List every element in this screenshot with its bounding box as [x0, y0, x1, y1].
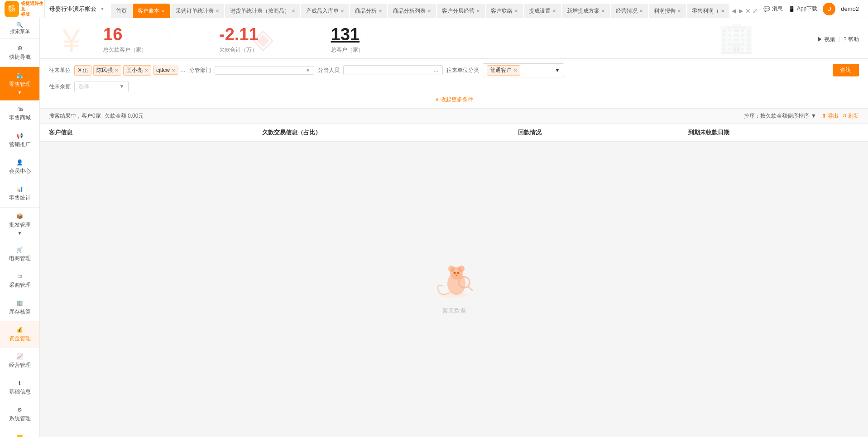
- basic-info-icon: ℹ: [19, 380, 21, 386]
- empty-illustration: [432, 263, 477, 299]
- tab-product-entry[interactable]: 产成品入库单 ✕: [301, 4, 349, 18]
- type-filter-label: 往来单位分类: [446, 66, 479, 74]
- collapse-area: ∧ 收起更多条件: [49, 96, 859, 104]
- tab-promotion[interactable]: 提成设置 ✕: [524, 4, 561, 18]
- tab-home[interactable]: 首页: [111, 4, 132, 18]
- sidebar-item-system[interactable]: ⚙ 系统管理: [0, 401, 39, 428]
- search-button[interactable]: 查询: [833, 64, 859, 76]
- people-filter-label: 分管人员: [318, 66, 340, 74]
- finance-icon: 💰: [16, 327, 23, 333]
- result-bar: 搜索结果中，客户0家 欠款金额 0.00元 排序：按欠款金额倒序排序 ▼ ⬆ 导…: [40, 109, 868, 124]
- close-icon[interactable]: ✕: [639, 9, 643, 14]
- avatar[interactable]: D: [823, 3, 835, 15]
- tab-customer-account[interactable]: 客户账本 ✕: [133, 4, 170, 18]
- sidebar-item-purchase[interactable]: 🗂 采购管理: [0, 268, 39, 294]
- account-selector[interactable]: 母婴行业演示帐套 ▼: [44, 0, 109, 18]
- remove-icon[interactable]: ✕: [172, 68, 175, 73]
- export-button[interactable]: ⬆ 导出: [822, 112, 839, 120]
- svg-point-6: [457, 272, 459, 274]
- sidebar-item-member[interactable]: 👤 会员中心: [0, 154, 39, 180]
- dept-filter-select[interactable]: ▼: [215, 66, 314, 75]
- close-icon[interactable]: ✕: [721, 9, 724, 14]
- sidebar-item-enterprise[interactable]: 🤝 企业协同: [0, 428, 39, 437]
- sort-selector[interactable]: 排序：按欠款金额倒序排序 ▼: [744, 112, 816, 120]
- tab-product-analysis-list[interactable]: 商品分析列表 ✕: [388, 4, 436, 18]
- close-icon[interactable]: ✕: [292, 9, 295, 14]
- chevron-down-icon: ▼: [119, 83, 125, 90]
- close-icon[interactable]: ✕: [379, 9, 382, 14]
- close-icon[interactable]: ✕: [601, 9, 605, 14]
- table-header: 客户信息 欠款交易信息（占比） 回款情况 到期未收款日期: [40, 124, 868, 142]
- message-icon: 💬: [763, 6, 770, 12]
- sidebar-item-finance[interactable]: 💰 资金管理: [0, 321, 39, 348]
- tab-customer-contact[interactable]: 客户联络 ✕: [486, 4, 523, 18]
- filter-tag-wang[interactable]: 王小亮 ✕: [123, 65, 151, 76]
- remove-icon[interactable]: ✕: [115, 68, 118, 73]
- phone-icon: 📱: [788, 6, 795, 12]
- tab-prev-arrow[interactable]: ◀: [730, 4, 738, 18]
- stats-row: ¥ ◈ 🏢 16 总欠款客户（家） -2.11 欠款合计（万） 131 总客户（…: [49, 25, 859, 54]
- filter-area: 往来单位 ✕ 伍 陈民强 ✕ 王小亮 ✕: [40, 59, 868, 109]
- system-icon: ⚙: [17, 407, 22, 413]
- sidebar-item-ecommerce[interactable]: 🛒 电商管理: [0, 241, 39, 268]
- sidebar-item-quick-nav[interactable]: ⊕ 快捷导航: [0, 39, 39, 67]
- sidebar-item-retail-stats[interactable]: 📊 零售统计: [0, 180, 39, 207]
- logo-area: 畅 畅捷通好生意 标版: [5, 1, 44, 17]
- col-transaction-info: 欠款交易信息（占比）: [262, 128, 518, 137]
- tab-close-all[interactable]: ✕: [744, 4, 752, 18]
- type-filter-select[interactable]: 普通客户 ✕ ▼: [483, 63, 564, 77]
- app-download-btn[interactable]: 📱 App下载: [788, 5, 817, 13]
- sidebar-item-marketing[interactable]: 📢 营销推广: [0, 127, 39, 154]
- tab-retail-profit[interactable]: 零售利润（ ✕: [687, 4, 729, 18]
- close-icon[interactable]: ✕: [161, 9, 165, 14]
- filter-tag-wu[interactable]: ✕ 伍: [74, 65, 91, 76]
- sidebar-item-retail-management[interactable]: 🏪 零售管理 ▼: [0, 67, 39, 100]
- logo-icon: 畅: [5, 1, 19, 17]
- chevron-down-icon: ▼: [555, 67, 560, 73]
- stat-total-clients: 131 总客户（家）: [295, 25, 382, 54]
- tab-maximize[interactable]: ⤢: [752, 4, 759, 18]
- close-icon[interactable]: ✕: [216, 9, 219, 14]
- sidebar-item-basic-info[interactable]: ℹ 基础信息: [0, 375, 39, 401]
- help-btn[interactable]: ? 帮助: [844, 36, 859, 43]
- tab-new-promotion[interactable]: 新增提成方案 ✕: [562, 4, 610, 18]
- username-label: demo2: [841, 5, 859, 12]
- filter-tag-cjttcw[interactable]: cjttcw ✕: [153, 66, 178, 75]
- sidebar-item-search[interactable]: 🔍 搜索菜单: [0, 18, 39, 39]
- close-icon[interactable]: ✕: [340, 9, 344, 14]
- refresh-button[interactable]: ↺ 刷新: [842, 112, 859, 120]
- chevron-down-icon: ▼: [306, 68, 310, 73]
- filter-tag-chen[interactable]: 陈民强 ✕: [93, 65, 121, 76]
- stat-total-customers: 16 总欠款客户（家）: [49, 25, 183, 54]
- close-icon[interactable]: ✕: [552, 9, 556, 14]
- sidebar-item-inventory[interactable]: 🏢 库存核算: [0, 294, 39, 321]
- tab-product-analysis[interactable]: 商品分析 ✕: [350, 4, 387, 18]
- tab-customer-segment[interactable]: 客户分层经营 ✕: [437, 4, 485, 18]
- more-tags-btn[interactable]: …: [180, 67, 186, 73]
- tab-purchase-order[interactable]: 采购订单统计表 ✕: [171, 4, 224, 18]
- remove-type-icon[interactable]: ✕: [513, 68, 517, 73]
- sidebar-item-operations[interactable]: 📈 经营管理: [0, 348, 39, 375]
- close-icon[interactable]: ✕: [514, 9, 518, 14]
- message-btn[interactable]: 💬 消息: [763, 5, 783, 13]
- sidebar-item-retail-mall[interactable]: 🛍 零售商城: [0, 100, 39, 127]
- tab-operations[interactable]: 经营情况 ✕: [611, 4, 648, 18]
- stat-debt-total: -2.11 欠款合计（万）: [183, 25, 295, 54]
- close-icon[interactable]: ✕: [677, 9, 681, 14]
- close-icon[interactable]: ✕: [427, 9, 431, 14]
- video-btn[interactable]: ▶ 视频: [817, 36, 835, 43]
- collapse-button[interactable]: ∧ 收起更多条件: [435, 96, 473, 104]
- remove-icon[interactable]: ✕: [144, 68, 148, 73]
- tab-purchase-stats[interactable]: 进货单统计表（按商品） ✕: [225, 4, 300, 18]
- people-filter-select[interactable]: …: [343, 65, 443, 75]
- close-icon[interactable]: ✕: [476, 9, 480, 14]
- total-clients-value: 131: [331, 25, 360, 44]
- empty-text: 暂无数据: [442, 307, 466, 315]
- ecommerce-icon: 🛒: [16, 247, 23, 253]
- balance-filter-select[interactable]: 选择... ▼: [74, 81, 129, 92]
- tab-next-arrow[interactable]: ▶: [738, 4, 745, 18]
- sidebar-item-wholesale[interactable]: 📦 批发管理 ▼: [0, 207, 39, 241]
- tab-profit[interactable]: 利润报告 ✕: [649, 4, 686, 18]
- logo-text: 畅捷通好生意 标版: [21, 1, 45, 17]
- total-customers-value: 16: [103, 25, 122, 44]
